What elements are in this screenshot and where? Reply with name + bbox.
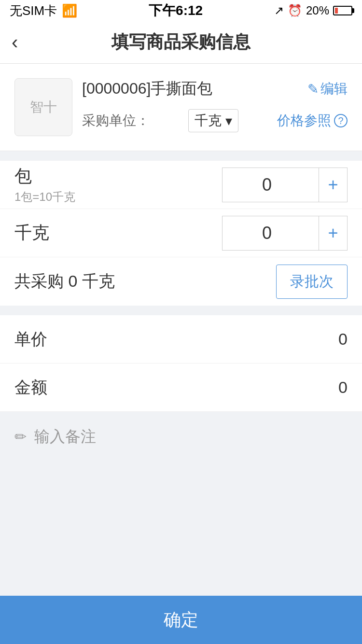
product-name: [0000006]手撕面包 — [82, 78, 212, 99]
status-bar: 无SIM卡 📶 下午6:12 ↗ ⏰ 20% — [0, 0, 362, 21]
page-title: 填写商品采购信息 — [111, 30, 251, 54]
battery-icon — [333, 6, 352, 15]
nav-bar: ‹ 填写商品采购信息 — [0, 21, 362, 64]
status-right: ↗ ⏰ 20% — [274, 4, 352, 17]
battery-fill — [335, 8, 338, 14]
unit-price-row: 单价 0 — [0, 315, 362, 364]
kg-input-wrap: + — [222, 216, 348, 251]
battery-percent: 20% — [306, 4, 329, 17]
summary-row: 共采购 0 千克 录批次 — [0, 257, 362, 306]
kg-plus-button[interactable]: + — [319, 216, 348, 251]
unit-select[interactable]: 千克 ▾ — [188, 109, 238, 132]
carrier-text: 无SIM卡 — [10, 2, 57, 19]
kg-row: 千克 + — [0, 209, 362, 257]
price-ref-label: 价格参照 — [277, 112, 331, 130]
status-time: 下午6:12 — [149, 1, 203, 20]
price-section: 单价 0 金额 0 — [0, 315, 362, 412]
section-divider-1 — [0, 151, 362, 161]
wifi-icon: 📶 — [62, 3, 77, 18]
edit-button[interactable]: ✎ 编辑 — [307, 80, 348, 98]
amount-label: 金额 — [14, 377, 47, 399]
remark-placeholder: 输入备注 — [34, 426, 96, 448]
info-icon: ? — [334, 114, 348, 127]
amount-row: 金额 0 — [0, 364, 362, 412]
amount-value: 0 — [338, 378, 348, 397]
bao-plus-button[interactable]: + — [319, 168, 348, 202]
bao-sub-label: 1包=10千克 — [14, 189, 222, 205]
batch-button[interactable]: 录批次 — [276, 265, 348, 299]
unit-value: 千克 — [195, 112, 222, 130]
empty-content-area — [0, 470, 362, 615]
chevron-down-icon: ▾ — [225, 113, 232, 129]
remark-section[interactable]: ✏ 输入备注 — [0, 412, 362, 470]
bao-row: 包 1包=10千克 + — [0, 161, 362, 209]
pencil-icon: ✏ — [14, 428, 27, 445]
bao-label-group: 包 1包=10千克 — [14, 165, 222, 205]
bao-input[interactable] — [222, 168, 319, 202]
bao-input-wrap: + — [222, 168, 348, 202]
product-info: [0000006]手撕面包 ✎ 编辑 采购单位： 千克 ▾ 价格参照 ? — [82, 78, 348, 132]
kg-input[interactable] — [222, 216, 319, 251]
unit-row: 采购单位： 千克 ▾ 价格参照 ? — [82, 109, 348, 132]
kg-label-group: 千克 — [14, 221, 222, 245]
back-button[interactable]: ‹ — [12, 31, 18, 53]
location-icon: ↗ — [274, 4, 284, 17]
bao-label: 包 — [14, 165, 222, 188]
product-card: 智十 [0000006]手撕面包 ✎ 编辑 采购单位： 千克 ▾ 价格参照 ? — [0, 64, 362, 151]
product-logo: 智十 — [30, 99, 57, 115]
edit-icon: ✎ — [307, 81, 319, 97]
unit-price-value: 0 — [338, 330, 348, 349]
product-name-row: [0000006]手撕面包 ✎ 编辑 — [82, 78, 348, 99]
unit-price-label: 单价 — [14, 328, 47, 350]
alarm-icon: ⏰ — [288, 4, 302, 17]
price-ref-button[interactable]: 价格参照 ? — [277, 112, 348, 130]
kg-label: 千克 — [14, 221, 222, 245]
summary-text: 共采购 0 千克 — [14, 270, 115, 293]
section-divider-2 — [0, 306, 362, 315]
product-thumbnail: 智十 — [14, 78, 72, 136]
unit-label: 采购单位： — [82, 112, 150, 130]
status-left: 无SIM卡 📶 — [10, 2, 77, 19]
edit-label: 编辑 — [320, 80, 348, 98]
confirm-button[interactable]: 确定 — [0, 596, 362, 644]
input-section: 包 1包=10千克 + 千克 + 共采购 0 千克 录批次 — [0, 161, 362, 306]
